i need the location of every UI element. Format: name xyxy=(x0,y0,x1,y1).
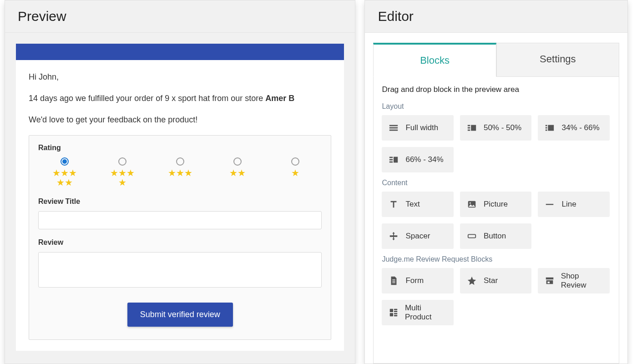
svg-rect-28 xyxy=(394,315,397,316)
svg-rect-24 xyxy=(394,309,397,310)
block-full-width[interactable]: Full width xyxy=(382,115,454,141)
svg-rect-8 xyxy=(546,127,547,129)
svg-rect-11 xyxy=(389,157,393,158)
block-label: 34% - 66% xyxy=(561,123,599,132)
email-greeting: Hi John, xyxy=(29,71,331,83)
preview-body: Hi John, 14 days ago we fulfilled your o… xyxy=(5,33,355,364)
block-66-34[interactable]: 66% - 34% xyxy=(382,147,454,172)
layout-50-50-icon xyxy=(466,122,477,133)
layout-66-34-icon xyxy=(388,154,399,165)
editor-body: Blocks Settings Drag and drop block in t… xyxy=(365,33,627,364)
email-store-name: Amer B xyxy=(265,94,294,103)
editor-title: Editor xyxy=(365,0,627,33)
block-shop-review[interactable]: Shop Review xyxy=(538,268,610,293)
submit-review-button[interactable]: Submit verified review xyxy=(127,303,233,327)
svg-rect-27 xyxy=(394,313,397,314)
svg-point-16 xyxy=(470,202,471,204)
shop-review-icon xyxy=(544,275,554,286)
svg-rect-17 xyxy=(546,204,554,205)
rating-option-1[interactable]: ★ xyxy=(269,157,322,187)
block-form[interactable]: Form xyxy=(382,268,454,293)
multi-product-icon xyxy=(388,307,399,318)
tab-blocks[interactable]: Blocks xyxy=(373,43,496,77)
stars-3: ★★★ xyxy=(168,168,192,178)
content-grid: Text Picture Line Spacer Button xyxy=(382,192,611,249)
review-body-input[interactable] xyxy=(38,252,322,288)
block-label: Spacer xyxy=(405,232,430,241)
editor-tabs: Blocks Settings xyxy=(373,43,619,77)
svg-rect-22 xyxy=(547,282,550,283)
svg-rect-13 xyxy=(389,162,393,163)
section-label-judgeme: Judge.me Review Request Blocks xyxy=(382,255,611,263)
block-label: Button xyxy=(484,232,506,241)
rating-option-5[interactable]: ★★★★★ xyxy=(38,157,91,187)
block-button[interactable]: Button xyxy=(460,223,532,249)
button-icon xyxy=(466,231,477,242)
svg-rect-1 xyxy=(389,127,398,129)
radio-icon xyxy=(118,157,126,166)
judgeme-grid: Form Star Shop Review Multi Product xyxy=(382,268,611,325)
editor-panel: Editor Blocks Settings Drag and drop blo… xyxy=(364,0,628,364)
rating-row: ★★★★★ ★★★★ ★★★ ★★ xyxy=(38,157,322,187)
email-feedback-line: We'd love to get your feedback on the pr… xyxy=(29,114,331,126)
rating-option-3[interactable]: ★★★ xyxy=(153,157,207,187)
email-body-prefix: 14 days ago we fulfilled your order of 9… xyxy=(29,94,265,103)
radio-icon xyxy=(233,157,242,166)
svg-rect-2 xyxy=(389,130,398,131)
block-label: 66% - 34% xyxy=(405,155,443,164)
block-34-66[interactable]: 34% - 66% xyxy=(538,115,610,141)
layout-full-icon xyxy=(388,122,399,133)
svg-rect-0 xyxy=(389,125,398,126)
svg-rect-12 xyxy=(389,159,393,161)
text-icon xyxy=(388,199,399,210)
email-content: Hi John, 14 days ago we fulfilled your o… xyxy=(16,60,344,351)
rating-option-4[interactable]: ★★★★ xyxy=(96,157,149,187)
stars-5: ★★★★★ xyxy=(49,168,80,187)
svg-rect-18 xyxy=(468,234,476,238)
svg-rect-9 xyxy=(546,130,547,131)
svg-rect-4 xyxy=(468,127,470,129)
block-50-50[interactable]: 50% - 50% xyxy=(460,115,532,141)
svg-rect-19 xyxy=(393,279,395,280)
radio-icon xyxy=(176,157,184,166)
svg-rect-23 xyxy=(389,309,393,312)
email-body: 14 days ago we fulfilled your order of 9… xyxy=(29,92,331,105)
block-multi-product[interactable]: Multi Product xyxy=(382,300,454,325)
svg-rect-10 xyxy=(548,125,554,131)
block-label: Picture xyxy=(484,200,508,209)
stars-2: ★★ xyxy=(229,168,246,178)
picture-icon xyxy=(466,199,477,210)
radio-icon xyxy=(291,157,299,166)
block-label: Shop Review xyxy=(561,272,603,290)
radio-selected-icon xyxy=(61,157,69,166)
block-label: 50% - 50% xyxy=(484,123,521,132)
rating-option-2[interactable]: ★★ xyxy=(211,157,264,187)
svg-rect-6 xyxy=(471,125,476,131)
svg-rect-25 xyxy=(394,311,397,312)
email-banner xyxy=(16,44,344,60)
block-picture[interactable]: Picture xyxy=(460,192,532,217)
svg-rect-26 xyxy=(389,313,393,316)
stars-4: ★★★★ xyxy=(107,168,138,187)
block-line[interactable]: Line xyxy=(538,192,610,217)
spacer-icon xyxy=(388,231,399,242)
editor-inner: Drag and drop block in the preview area … xyxy=(373,77,619,364)
block-label: Multi Product xyxy=(405,303,447,322)
tab-settings[interactable]: Settings xyxy=(496,43,619,77)
layout-34-66-icon xyxy=(544,122,555,133)
preview-panel: Preview Hi John, 14 days ago we fulfille… xyxy=(5,0,355,364)
preview-title: Preview xyxy=(5,0,355,33)
star-icon xyxy=(466,275,477,286)
block-star[interactable]: Star xyxy=(460,268,532,293)
block-label: Full width xyxy=(405,123,438,132)
review-title-input[interactable] xyxy=(38,211,322,229)
svg-rect-20 xyxy=(393,281,395,281)
form-icon xyxy=(388,275,399,286)
svg-rect-21 xyxy=(393,283,395,283)
block-label: Form xyxy=(405,276,424,285)
review-form: Rating ★★★★★ ★★★★ ★★★ xyxy=(29,135,331,340)
block-label: Star xyxy=(484,276,498,285)
block-text[interactable]: Text xyxy=(382,192,454,217)
block-spacer[interactable]: Spacer xyxy=(382,223,454,249)
svg-rect-5 xyxy=(468,130,470,131)
